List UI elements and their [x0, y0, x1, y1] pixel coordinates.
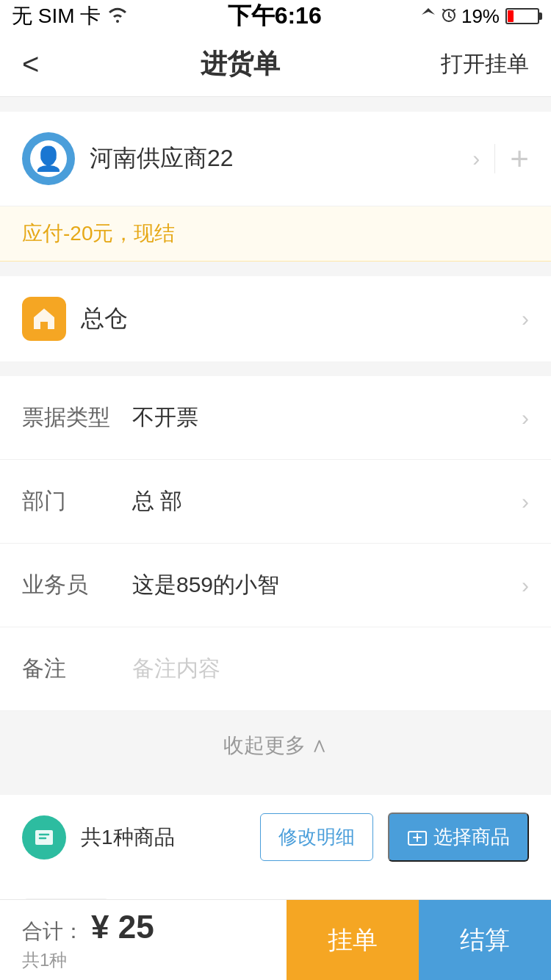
warehouse-chevron-icon: ›	[522, 306, 529, 331]
invoice-label: 票据类型	[22, 403, 118, 433]
person-icon: 👤	[34, 145, 63, 173]
product-header: 共1种商品 修改明细 选择商品	[0, 795, 551, 879]
note-label: 备注	[22, 654, 118, 684]
salesperson-chevron-icon: ›	[522, 573, 529, 598]
note-value: 备注内容	[118, 654, 529, 684]
bottom-bar: 合计： ¥ 25 共1种 挂单 结算	[0, 899, 551, 980]
summary-count: 共1种	[22, 948, 264, 972]
add-supplier-button[interactable]: +	[510, 140, 529, 177]
alarm-icon	[441, 5, 457, 28]
warehouse-icon	[22, 297, 66, 341]
total-amount: ¥ 25	[91, 909, 154, 945]
supplier-chevron-icon: ›	[472, 146, 480, 171]
department-value: 总 部	[118, 486, 522, 516]
svg-rect-1	[40, 322, 48, 329]
invoice-value: 不开票	[118, 403, 522, 433]
section-gap-3	[0, 361, 551, 376]
salesperson-value: 这是859的小智	[118, 570, 522, 600]
department-label: 部门	[22, 486, 118, 516]
form-row-salesperson[interactable]: 业务员 这是859的小智 ›	[0, 544, 551, 627]
battery-icon	[505, 8, 539, 24]
warehouse-row[interactable]: 总仓 ›	[0, 276, 551, 361]
supplier-row[interactable]: 👤 河南供应商22 › +	[0, 112, 551, 206]
form-row-department[interactable]: 部门 总 部 ›	[0, 460, 551, 544]
warehouse-name: 总仓	[81, 303, 522, 335]
modify-detail-button[interactable]: 修改明细	[260, 813, 373, 861]
page-title: 进货单	[201, 46, 280, 82]
salesperson-label: 业务员	[22, 570, 118, 600]
wifi-icon	[107, 4, 129, 28]
back-button[interactable]: <	[22, 48, 39, 81]
bottom-summary: 合计： ¥ 25 共1种	[0, 900, 287, 980]
battery-percentage: 19%	[461, 5, 500, 28]
main-content: 👤 河南供应商22 › + 应付-20元，现结 总仓 › 票据类型	[0, 97, 551, 980]
carrier-text: 无 SIM 卡	[12, 2, 101, 30]
select-product-button[interactable]: 选择商品	[388, 813, 529, 862]
location-icon	[420, 5, 436, 28]
status-bar: 无 SIM 卡 下午6:16 19%	[0, 0, 551, 32]
collapse-toggle[interactable]: 收起更多 ∧	[0, 711, 551, 780]
status-carrier: 无 SIM 卡	[12, 2, 129, 30]
collapse-label: 收起更多 ∧	[223, 732, 328, 760]
form-row-note[interactable]: 备注 备注内容	[0, 627, 551, 711]
hang-button[interactable]: 挂单	[287, 900, 419, 980]
invoice-chevron-icon: ›	[522, 406, 529, 430]
form-row-invoice[interactable]: 票据类型 不开票 ›	[0, 376, 551, 460]
status-time: 下午6:16	[228, 0, 322, 32]
supplier-divider	[494, 144, 495, 173]
summary-total-line: 合计： ¥ 25	[22, 909, 264, 945]
section-gap-1	[0, 97, 551, 112]
select-product-label: 选择商品	[433, 824, 510, 850]
supplier-alert: 应付-20元，现结	[0, 206, 551, 262]
product-count-icon	[22, 815, 66, 860]
open-hang-button[interactable]: 打开挂单	[441, 49, 529, 79]
nav-bar: < 进货单 打开挂单	[0, 32, 551, 97]
status-right: 19%	[420, 5, 539, 28]
warehouse-section: 总仓 ›	[0, 276, 551, 361]
department-chevron-icon: ›	[522, 489, 529, 514]
section-gap-2	[0, 262, 551, 276]
supplier-avatar: 👤	[22, 132, 75, 185]
checkout-button[interactable]: 结算	[419, 900, 551, 980]
supplier-section: 👤 河南供应商22 › + 应付-20元，现结	[0, 112, 551, 262]
supplier-name: 河南供应商22	[90, 143, 472, 175]
form-section: 票据类型 不开票 › 部门 总 部 › 业务员 这是859的小智 › 备注 备注…	[0, 376, 551, 711]
section-gap-4	[0, 780, 551, 795]
product-count-text: 共1种商品	[81, 824, 245, 851]
total-label: 合计：	[22, 918, 84, 945]
